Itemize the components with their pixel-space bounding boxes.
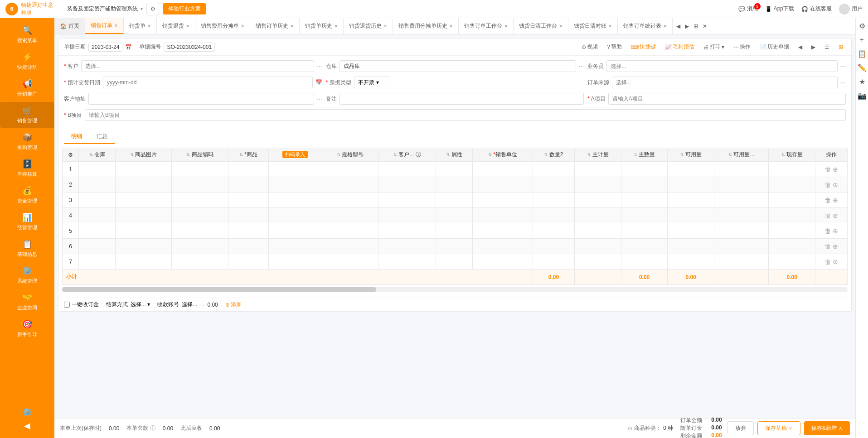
sidebar-collapse-button[interactable]: ◀ [24,421,30,431]
scan-button[interactable]: 扫码录入 [282,151,308,158]
delete-row-icon[interactable]: 🗑 [824,197,831,204]
sidebar-item-purchase[interactable]: 📦 采购管理 [0,129,54,154]
col-scan[interactable]: 扫码录入 [268,148,322,162]
system-settings-button[interactable]: ⚙ [146,3,159,15]
system-dropdown-icon[interactable]: ▾ [141,6,143,11]
tab-close-cash-reconcile[interactable]: ✕ [608,24,612,29]
salesperson-input[interactable] [606,60,838,72]
delete-row-icon[interactable]: 🗑 [824,227,831,235]
tab-order-stats[interactable]: 销售订单统计表 ✕ [618,18,673,34]
order-source-more-button[interactable]: ··· [840,79,846,86]
address-more-button[interactable]: ··· [317,95,322,102]
history-docs-button[interactable]: 📄 历史单据 [757,42,792,52]
invoice-type-select[interactable]: 不开票 ▾ [354,77,390,88]
tab-close-refund-history[interactable]: ✕ [383,24,387,29]
a-project-input[interactable] [608,93,846,105]
tab-detail[interactable]: 明细 [64,130,89,144]
right-panel-icon-5[interactable]: ★ [859,77,865,86]
copy-row-icon[interactable]: ⊕ [833,166,838,173]
save-new-button[interactable]: 保存&新增 ∧ [804,421,850,435]
right-panel-icon-3[interactable]: 📋 [858,49,867,58]
remark-input[interactable] [339,93,584,105]
tab-cash-reconcile[interactable]: 钱货日清对账 ✕ [568,18,618,34]
list-view-button[interactable]: ☰ [822,43,832,51]
tab-order-workbench[interactable]: 销售订单工作台 ✕ [459,18,514,34]
sidebar-item-basic-info[interactable]: 📋 基础信息 [0,236,54,261]
profit-estimate-button[interactable]: 📈 毛利预估 [662,42,697,52]
tab-sales-order[interactable]: 销售订单 ✕ [85,18,124,34]
copy-row-icon[interactable]: ⊕ [833,227,838,235]
copy-row-icon[interactable]: ⊕ [833,258,838,265]
app-download-button[interactable]: 📱 App下载 [765,5,794,13]
grid-view-button[interactable]: ⊞ [836,43,846,51]
customer-more-button[interactable]: ··· [317,63,322,70]
sidebar-item-search[interactable]: 🔍 搜索菜单 [0,22,54,48]
tab-close-fee-split-history[interactable]: ✕ [449,24,453,29]
tab-close-order-history[interactable]: ✕ [290,24,294,29]
b-project-input[interactable] [85,109,846,121]
tab-summary[interactable]: 汇总 [89,130,115,143]
sidebar-item-operations[interactable]: 📊 经营管理 [0,209,54,235]
order-source-input[interactable] [612,77,838,88]
tab-close-sales-order[interactable]: ✕ [114,23,118,28]
copy-row-icon[interactable]: ⊕ [833,181,838,188]
salesperson-more-button[interactable]: ··· [840,63,846,70]
tab-sales-return[interactable]: 销货单 ✕ [124,18,157,34]
sidebar-item-inventory[interactable]: 🗄️ 库存核算 [0,155,54,181]
message-button[interactable]: 💬 9 消息 [738,5,758,13]
tab-sales-fee-split[interactable]: 销售费用分摊单 ✕ [195,18,250,34]
help-button[interactable]: ? 帮助 [604,42,625,52]
preview-button[interactable]: ⊙ 视频 [579,42,601,52]
tab-close-all-button[interactable]: ✕ [701,22,709,30]
scrollbar-thumb[interactable] [62,287,376,292]
customer-address-input[interactable] [88,93,314,105]
tab-close-order-stats[interactable]: ✕ [663,24,667,29]
tab-refund-history[interactable]: 销货退货历史 ✕ [344,18,393,34]
next-doc-button[interactable]: ▶ [809,43,818,51]
account-more-button[interactable]: ··· [200,302,204,308]
copy-row-icon[interactable]: ⊕ [833,197,838,204]
tab-close-sales-return[interactable]: ✕ [147,24,151,29]
delete-row-icon[interactable]: 🗑 [824,243,831,250]
delete-row-icon[interactable]: 🗑 [824,166,831,173]
sidebar-item-marketing[interactable]: 📢 营销推广 [0,75,54,101]
sidebar-item-guide[interactable]: 🎯 新手引导 [0,316,54,342]
payment-method-select[interactable]: 选择... ▾ [131,301,150,308]
tab-close-fee-split[interactable]: ✕ [241,24,244,29]
copy-row-icon[interactable]: ⊕ [833,243,838,250]
sidebar-item-enterprise[interactable]: 🤝 企业协同 [0,289,54,315]
warehouse-more-button[interactable]: ··· [579,63,584,70]
delete-row-icon[interactable]: 🗑 [824,212,831,219]
tab-next-button[interactable]: ▶ [683,22,691,30]
quick-collect-checkbox[interactable] [64,302,70,308]
tab-sales-refund[interactable]: 销货退货 ✕ [157,18,195,34]
tab-prev-button[interactable]: ◀ [674,22,682,30]
operate-button[interactable]: ⋯ 操作 [731,42,753,52]
industry-solution-button[interactable]: 体验行业方案 [163,3,206,14]
print-button[interactable]: 🖨 打印 ▾ [701,42,727,52]
warehouse-input[interactable] [339,60,576,72]
right-panel-icon-6[interactable]: 📷 [858,91,867,100]
shortcut-button[interactable]: ⌨ 快捷键 [628,42,659,52]
online-service-button[interactable]: 🎧 在线客服 [801,5,832,13]
customer-input[interactable] [81,60,314,72]
tab-cash-workbench[interactable]: 钱货日清工作台 ✕ [514,18,568,34]
copy-row-icon[interactable]: ⊕ [833,212,838,219]
user-menu-button[interactable]: 用户 [839,4,863,14]
save-draft-arrow-icon[interactable]: ∨ [788,425,793,431]
tab-close-return-history[interactable]: ✕ [334,24,338,29]
sidebar-settings-button[interactable]: ⚙️ [22,407,32,417]
account-select[interactable]: 选择... [182,301,197,308]
sidebar-item-system[interactable]: ⚙️ 系统管理 [0,262,54,288]
discard-button[interactable]: 放弃 [727,421,754,435]
tab-close-order-workbench[interactable]: ✕ [504,24,508,29]
tab-fee-split-history[interactable]: 销售费用分摊单历史 ✕ [393,18,459,34]
tab-close-cash-workbench[interactable]: ✕ [559,24,563,29]
horizontal-scrollbar[interactable] [62,287,848,292]
tab-home[interactable]: 🏠 首页 [54,18,85,34]
add-button[interactable]: ⊕ 添加 [225,301,242,308]
col-settings[interactable]: ⚙ [63,148,79,162]
prev-doc-button[interactable]: ◀ [795,43,805,51]
sidebar-item-sales[interactable]: 🛒 销售管理 [0,102,54,128]
tab-close-sales-refund[interactable]: ✕ [186,24,189,29]
